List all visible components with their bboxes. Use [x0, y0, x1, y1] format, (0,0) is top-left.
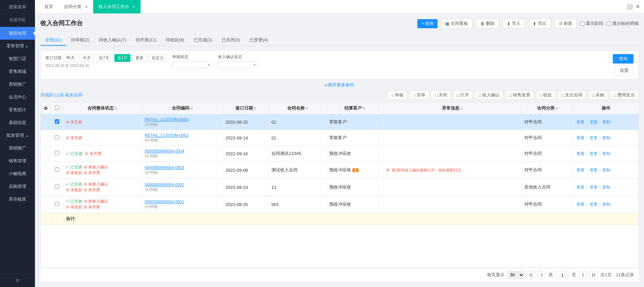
sub-tab-completed[interactable]: 已完成(1) — [189, 35, 217, 46]
last-page-btn[interactable]: ⟩⟩ — [590, 271, 598, 279]
th-settings[interactable]: ⚙ — [41, 102, 51, 114]
op-copy[interactable]: 复制 — [602, 168, 610, 172]
row-settings[interactable] — [41, 179, 51, 196]
setting-button[interactable]: 设置 — [615, 66, 634, 76]
query-button[interactable]: 查询 — [613, 54, 634, 64]
sub-tab-pending-payment[interactable]: 待收款(8) — [161, 35, 189, 46]
open-button[interactable]: □ 打开 — [453, 91, 473, 99]
next-page-btn[interactable]: ⟩ — [579, 271, 587, 279]
op-copy[interactable]: 复制 — [602, 185, 610, 190]
sidebar-item-inventory[interactable]: 库存核算 — [0, 193, 35, 206]
sidebar-item-retail-mgmt[interactable]: 零售管理 ▲ — [0, 40, 35, 52]
confirm-select[interactable] — [218, 61, 258, 69]
new-button[interactable]: + 新增 — [417, 19, 438, 28]
contract-link[interactable]: 0000000000004-0004 — [145, 149, 184, 154]
page-input[interactable] — [556, 272, 569, 279]
confirm-button[interactable]: □ 收入确认 — [475, 91, 503, 99]
op-copy[interactable]: 复制 — [602, 120, 610, 124]
show-stage-checkbox[interactable]: 显示阶段 — [580, 20, 603, 27]
row-check[interactable] — [51, 179, 63, 196]
sidebar-item-sales[interactable]: 销售管理 — [0, 155, 35, 167]
contract-link[interactable]: RETAIL_CUSTOM-0001 — [145, 133, 188, 138]
restore-icon[interactable]: ⬜ — [626, 3, 633, 10]
date-1month-btn[interactable]: 近1月 — [114, 54, 131, 62]
select-all-checkbox[interactable] — [55, 106, 59, 110]
op-edit[interactable]: 变更 — [590, 202, 598, 207]
sidebar-item-marketing2[interactable]: 营销推广 — [0, 142, 35, 155]
expense-button[interactable]: □ 费用支出 — [610, 91, 639, 99]
sidebar-item-retail-mall[interactable]: 零售商城 — [0, 65, 35, 78]
show-detail-checkbox[interactable]: 显示标的明细 — [607, 20, 639, 27]
sidebar-item-base-info[interactable]: 基础信息 — [0, 116, 35, 129]
op-copy[interactable]: 复制 — [602, 202, 610, 207]
date-today-btn[interactable]: 今天 — [80, 54, 94, 62]
sidebar-search[interactable]: 搜索菜单 — [0, 0, 35, 14]
op-view[interactable]: 查看 — [576, 168, 584, 172]
abandon-button[interactable]: ○ 弃审 — [409, 91, 429, 99]
sidebar-item-purchase[interactable]: 采购管理 — [0, 180, 35, 193]
kanban-button[interactable]: ▦ 合同看板 — [441, 19, 472, 28]
export-button[interactable]: ⬆ 导出 — [528, 19, 551, 28]
row-check[interactable] — [51, 114, 63, 130]
sidebar-item-wholesale[interactable]: 批发管理 ▲ — [0, 129, 35, 142]
row-settings[interactable] — [41, 146, 51, 162]
sidebar-item-smart-store[interactable]: 智慧门店 — [0, 52, 35, 65]
close-button[interactable]: □ 关闭 — [431, 91, 451, 99]
contract-link[interactable]: 0000000000004-0001 — [145, 200, 184, 204]
sidebar-item-member[interactable]: 会员中心 — [0, 91, 35, 104]
date-7days-btn[interactable]: 近7天 — [96, 54, 112, 62]
tab-contract-category[interactable]: 合同分类 ✕ — [59, 0, 93, 13]
row-settings[interactable] — [41, 196, 51, 213]
tab-active-close-icon[interactable]: ✕ — [132, 5, 135, 9]
op-view[interactable]: 查看 — [576, 151, 584, 156]
contract-link[interactable]: 0000000000004-0003 — [145, 165, 184, 170]
sidebar-settings[interactable]: ⚙ — [0, 274, 35, 287]
purchase-button[interactable]: □ 采购 — [588, 91, 608, 99]
sidebar-item-retail-stats[interactable]: 零售统计 — [0, 104, 35, 116]
op-edit[interactable]: 变更 — [590, 168, 598, 172]
op-edit[interactable]: 变更 — [590, 120, 598, 124]
sidebar-item-project-contract[interactable]: 项目合同 — [0, 27, 35, 40]
contract-link[interactable]: RETAIL_CUSTOM-0003 — [145, 117, 188, 122]
row-settings[interactable] — [41, 114, 51, 130]
expand-more-btn[interactable]: ≡ 展开更多条件 — [325, 82, 354, 88]
op-copy[interactable]: 复制 — [602, 151, 610, 156]
close-window-icon[interactable]: ✕ — [636, 3, 640, 10]
refresh-button[interactable]: ↺ 刷新 — [554, 19, 577, 28]
sub-tab-changed[interactable]: 已变更(4) — [245, 35, 273, 46]
prev-page-btn[interactable]: ⟨ — [538, 271, 546, 279]
row-check[interactable] — [51, 146, 63, 162]
sidebar-item-marketing[interactable]: 营销推广 — [0, 78, 35, 91]
row-check[interactable] — [51, 130, 63, 146]
op-view[interactable]: 查看 — [576, 120, 584, 124]
sub-tab-all[interactable]: 全部(11) — [40, 35, 66, 46]
row-settings[interactable] — [41, 130, 51, 146]
op-view[interactable]: 查看 — [576, 202, 584, 207]
tab-close-icon[interactable]: ✕ — [85, 5, 88, 9]
sub-tab-pending-confirm[interactable]: 待收入确认(7) — [94, 35, 131, 46]
op-view[interactable]: 查看 — [576, 185, 584, 190]
op-copy[interactable]: 复制 — [602, 135, 610, 140]
tab-income-contract[interactable]: 收入合同工作台 ✕ — [93, 0, 141, 13]
tab-home[interactable]: 首页 — [39, 0, 59, 13]
row-check[interactable] — [51, 196, 63, 213]
sub-tab-pending-invoice[interactable]: 待开票(11) — [131, 35, 161, 46]
import-button[interactable]: ⬇ 导入 — [502, 19, 525, 28]
row-settings[interactable] — [41, 162, 51, 179]
per-page-select[interactable]: 50 20 100 — [507, 271, 524, 279]
op-edit[interactable]: 变更 — [590, 185, 598, 190]
op-edit[interactable]: 变更 — [590, 151, 598, 156]
contract-link[interactable]: 0000000000004-0002 — [145, 182, 184, 187]
date-more-btn[interactable]: 更多 — [132, 54, 147, 62]
sub-tab-pending-review[interactable]: 待审核(2) — [66, 35, 94, 46]
sub-tab-closed[interactable]: 已关闭(0) — [217, 35, 245, 46]
row-check[interactable] — [51, 162, 63, 179]
op-view[interactable]: 查看 — [576, 135, 584, 140]
status-select[interactable] — [172, 61, 213, 69]
sidebar-item-ecommerce[interactable]: 小畅电商 — [0, 167, 35, 180]
th-checkbox[interactable] — [51, 102, 63, 114]
date-custom-btn[interactable]: 自定义 — [149, 54, 167, 62]
date-yesterday-btn[interactable]: 昨天 — [64, 54, 78, 62]
audit-button[interactable]: ○ 审核 — [387, 91, 407, 99]
payment-button[interactable]: □ 收款 — [536, 91, 556, 99]
